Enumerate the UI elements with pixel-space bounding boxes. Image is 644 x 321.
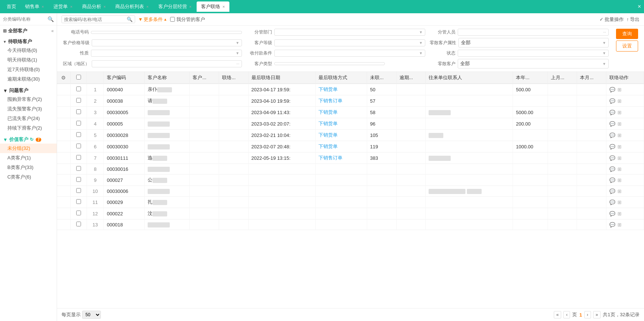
chat-icon[interactable]: 💬 (609, 144, 615, 149)
row-checkbox[interactable] (76, 132, 81, 137)
checkbox-col-header[interactable] (70, 72, 87, 84)
grid-action-icon[interactable]: ⊞ (617, 211, 622, 216)
code-col-header[interactable]: 客户编码 (104, 72, 145, 84)
row-checkbox[interactable] (76, 199, 81, 204)
grid-action-icon[interactable]: ⊞ (617, 110, 622, 115)
chat-icon[interactable]: 💬 (609, 98, 615, 104)
chat-icon[interactable]: 💬 (609, 121, 615, 127)
chat-icon[interactable]: 💬 (609, 133, 615, 138)
price-level-input[interactable]: ▼ (92, 39, 242, 46)
sidebar-search-input[interactable] (3, 17, 46, 22)
tab-product-analysis[interactable]: 商品分析 × (78, 1, 110, 12)
manager-input[interactable]: ··· (458, 29, 609, 36)
row-checkbox-cell[interactable] (70, 219, 87, 230)
filter-search-icon[interactable]: 🔍 (127, 17, 133, 22)
grid-action-icon[interactable]: ⊞ (617, 87, 622, 92)
sidebar-item-overdue-pending[interactable]: 逾期未联络(30) (0, 74, 57, 84)
last-month-col-header[interactable]: 上月... (548, 72, 577, 84)
select-all-checkbox[interactable] (76, 75, 81, 80)
row-checkbox[interactable] (76, 121, 81, 126)
name-col-header[interactable]: 客户名称 (144, 72, 190, 84)
grid-action-icon[interactable]: ⊞ (617, 166, 622, 172)
batch-operation-button[interactable]: ✓ 批量操作 (599, 16, 624, 23)
row-checkbox-cell[interactable] (70, 118, 87, 130)
sidebar-collapse-icon[interactable]: « (51, 28, 54, 33)
close-sales-tab[interactable]: × (42, 4, 44, 9)
row-last-contact-method[interactable]: 下销货单 (315, 84, 367, 95)
row-checkbox-cell[interactable] (70, 130, 87, 141)
row-checkbox[interactable] (76, 177, 81, 182)
related-contacts-col-header[interactable]: 往来单位联系人 (426, 72, 513, 84)
row-checkbox[interactable] (76, 211, 81, 215)
more-conditions-button[interactable]: ▼ 更多条件 ▲ (138, 16, 167, 23)
sidebar-item-tomorrow-pending[interactable]: 明天待联络(1) (0, 55, 57, 65)
tab-sales[interactable]: 销售单 × (21, 1, 48, 12)
last-contact-method-link[interactable]: 下销货单 (319, 87, 338, 92)
sidebar-item-churn-warning[interactable]: 流失预警客户(3) (0, 104, 57, 114)
payment-input[interactable]: ▼ (274, 50, 425, 57)
last-contact-date-col-header[interactable]: 最后联络日期 (248, 72, 315, 84)
row-checkbox-cell[interactable] (70, 107, 87, 118)
grid-action-icon[interactable]: ⊞ (617, 188, 622, 194)
sidebar-item-class-a[interactable]: A类客户(1) (0, 153, 57, 163)
row-checkbox[interactable] (76, 98, 81, 103)
overdue-col-header[interactable]: 逾期... (396, 72, 426, 84)
row-checkbox-cell[interactable] (70, 84, 87, 95)
row-checkbox[interactable] (76, 155, 81, 160)
sidebar-item-7days-pending[interactable]: 近7天待联络(0) (0, 65, 57, 74)
sidebar-item-declining[interactable]: 持续下滑客户(2) (0, 123, 57, 133)
export-button[interactable]: ↑ 导出 (627, 16, 640, 23)
grid-action-icon[interactable]: ⊞ (617, 200, 622, 205)
last-page-button[interactable]: » (593, 311, 601, 318)
row-checkbox-cell[interactable] (70, 174, 87, 186)
customer-level-input[interactable]: ▼ (274, 39, 425, 46)
contact-col-header[interactable]: 联络... (219, 72, 249, 84)
grid-action-icon[interactable]: ⊞ (617, 222, 622, 227)
chat-icon[interactable]: 💬 (609, 188, 615, 194)
chat-icon[interactable]: 💬 (609, 222, 615, 227)
grid-action-icon[interactable]: ⊞ (617, 133, 622, 138)
grid-action-icon[interactable]: ⊞ (617, 144, 622, 149)
region-input[interactable]: ··· (92, 60, 242, 67)
query-button[interactable]: 查询 (616, 29, 638, 39)
refresh-icon[interactable]: ↻ (30, 137, 34, 142)
this-month-col-header[interactable]: 本月... (577, 72, 606, 84)
tab-purchase[interactable]: 进货单 × (49, 1, 77, 12)
no-contact-col-header[interactable]: 未联... (367, 72, 396, 84)
phone-input[interactable] (91, 31, 242, 34)
window-close-icon[interactable]: × (638, 3, 641, 10)
row-checkbox-cell[interactable] (70, 208, 87, 219)
row-checkbox[interactable] (76, 222, 81, 226)
chat-icon[interactable]: 💬 (609, 200, 615, 205)
chat-icon[interactable]: 💬 (609, 166, 615, 172)
first-page-button[interactable]: « (554, 311, 562, 318)
row-checkbox-cell[interactable] (70, 141, 87, 152)
last-contact-method-link[interactable]: 下销售订单 (319, 98, 342, 103)
close-customer-contact-tab[interactable]: × (222, 4, 225, 9)
status-input[interactable]: ▼ (458, 50, 609, 57)
row-checkbox[interactable] (76, 109, 81, 114)
row-last-contact-method[interactable]: 下销货单 (315, 130, 367, 141)
row-checkbox[interactable] (76, 188, 81, 193)
close-product-analysis-list-tab[interactable]: × (146, 4, 148, 9)
row-last-contact-method[interactable]: 下销售订单 (315, 95, 367, 107)
sidebar-item-today-pending[interactable]: 今天待联络(0) (0, 46, 57, 55)
sidebar-value-group[interactable]: ▼ 价值客户 ↻ 7 (0, 134, 57, 144)
settings-col-header[interactable]: ⚙ (57, 72, 70, 84)
grid-action-icon[interactable]: ⊞ (617, 177, 622, 183)
row-checkbox-cell[interactable] (70, 95, 87, 107)
grid-action-icon[interactable]: ⊞ (617, 155, 622, 161)
sidebar-problem-group[interactable]: ▼ 问题客户 (0, 85, 57, 95)
retail-attr-input[interactable]: 全部 ▼ (458, 38, 609, 47)
prev-page-button[interactable]: ‹ (563, 311, 570, 318)
tab-customer-contact[interactable]: 客户联络 × (197, 1, 229, 12)
row-last-contact-method[interactable]: 下销货单 (315, 141, 367, 152)
last-contact-method-col-header[interactable]: 最后联络方式 (315, 72, 367, 84)
chat-icon[interactable]: 💬 (609, 155, 615, 161)
sidebar-item-churned[interactable]: 已流失客户(24) (0, 114, 57, 123)
grid-action-icon[interactable]: ⊞ (617, 98, 622, 104)
row-checkbox-cell[interactable] (70, 197, 87, 208)
row-checkbox-cell[interactable] (70, 152, 87, 164)
settings-icon[interactable]: ⚙ (61, 75, 66, 81)
close-product-analysis-tab[interactable]: × (103, 4, 106, 9)
